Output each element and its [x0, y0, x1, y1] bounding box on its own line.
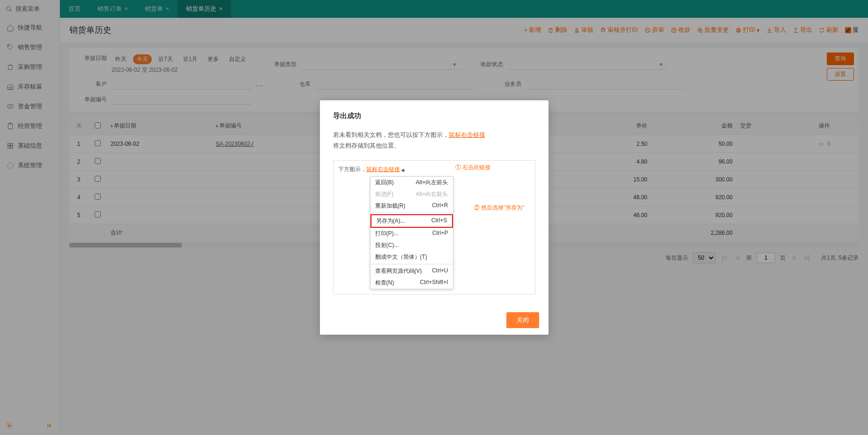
- ctx-menu-item: 返回(B)Alt+向左箭头: [371, 177, 453, 188]
- ctx-menu-item: 另存为(A)...Ctrl+S: [371, 214, 453, 228]
- annotation-1: ① 右击此链接: [455, 164, 490, 172]
- ctx-menu-item: 打印(P)...Ctrl+P: [371, 228, 453, 240]
- ctx-menu-item: 翻成中文（简体）(T): [371, 251, 453, 263]
- ctx-menu-item: 投射(C)...: [371, 240, 453, 251]
- ctx-menu-item: 前进(F)Alt+向右箭头: [371, 188, 453, 200]
- export-success-modal: 导出成功 若未看到相关文档，您也可以按下方图示，鼠标右击链接 将文档存储到其他位…: [320, 100, 549, 334]
- modal-close-button[interactable]: 关闭: [506, 312, 539, 328]
- right-click-link[interactable]: 鼠标右击链接: [449, 131, 485, 138]
- ctx-menu-item: 重新加载(R)Ctrl+R: [371, 200, 453, 212]
- instruction-image: 下方图示，鼠标右击链接◄ ① 右击此链接 返回(B)Alt+向左箭头前进(F)A…: [333, 160, 535, 294]
- context-menu-illustration: 返回(B)Alt+向左箭头前进(F)Alt+向右箭头重新加载(R)Ctrl+R另…: [370, 176, 453, 289]
- modal-description: 若未看到相关文档，您也可以按下方图示，鼠标右击链接 将文档存储到其他位置。: [333, 130, 535, 150]
- modal-title: 导出成功: [333, 112, 535, 120]
- annotation-2: ② 然后选择"另存为": [474, 204, 525, 212]
- ctx-menu-item: 查看网页源代码(V)Ctrl+U: [371, 265, 453, 277]
- ctx-menu-item: 检查(N)Ctrl+Shift+I: [371, 277, 453, 289]
- modal-overlay: 导出成功 若未看到相关文档，您也可以按下方图示，鼠标右击链接 将文档存储到其他位…: [0, 0, 868, 435]
